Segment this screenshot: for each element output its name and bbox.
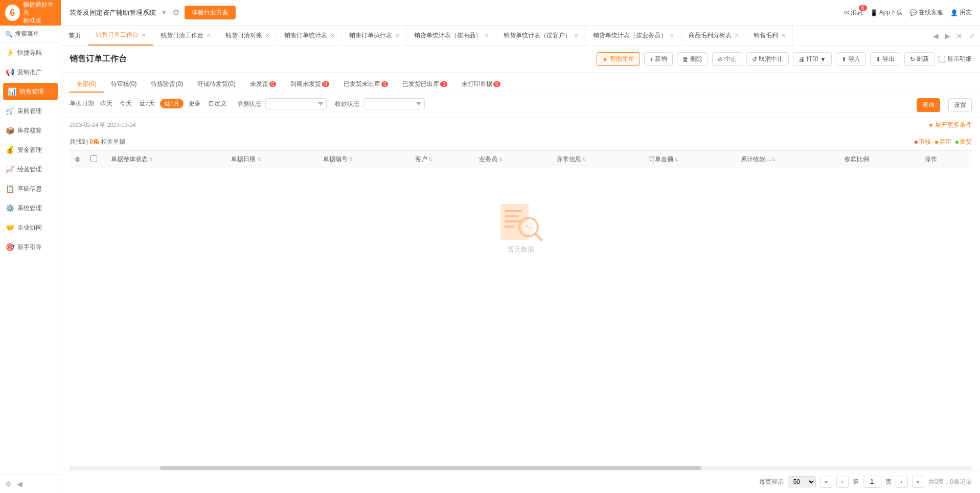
print-btn[interactable]: 🖨 打印 ▼ (793, 52, 832, 66)
tab-sales-summary-product[interactable]: 销货单统计表（按商品） ✕ (407, 26, 496, 45)
select-all-checkbox[interactable] (90, 155, 97, 162)
tab-close-cash-daily[interactable]: ✕ (207, 33, 211, 38)
date-opt-today[interactable]: 今天 (118, 98, 134, 109)
date-opt-7days[interactable]: 近7天 (137, 98, 157, 109)
tab-cash-reconcile[interactable]: 钱货日清对账 ✕ (218, 26, 277, 45)
smart-create-btn[interactable]: ★ 智能生单 (597, 52, 640, 66)
sort-received-icon[interactable]: ⇅ (771, 156, 776, 162)
sub-tabs: 全部(0) 待审核(0) 待拣验货(0) 旺铺待发货(0) 未发货0 到期未发货… (61, 73, 980, 93)
tab-close-all-icon[interactable]: ✕ (954, 31, 965, 41)
sub-tab-not-shipped[interactable]: 未发货0 (243, 77, 284, 93)
sidebar-item-inventory[interactable]: 📦 库存核算 (0, 121, 61, 140)
stop-btn[interactable]: ⊘ 中止 (712, 52, 742, 66)
tab-sales-stat[interactable]: 销售订单统计表 ✕ (277, 26, 342, 45)
show-detail-checkbox[interactable] (939, 56, 945, 62)
cancel-stop-btn[interactable]: ↺ 取消中止 (746, 52, 789, 66)
industry-btn[interactable]: 体验行业方案 (185, 6, 236, 19)
tab-close-sales-summary-customer[interactable]: ✕ (574, 33, 578, 38)
prev-page-btn[interactable]: ‹ (836, 476, 849, 488)
tab-close-sales-summary-product[interactable]: ✕ (485, 33, 489, 38)
sidebar-item-search[interactable]: 🔍 搜索菜单 (0, 26, 61, 43)
expand-filter-btn[interactable]: ▼ 展开更多条件 (928, 121, 972, 129)
tab-close-gross-profit[interactable]: ✕ (735, 33, 739, 38)
status-select[interactable] (265, 98, 327, 109)
collapse-icon[interactable]: ◀ (17, 480, 22, 488)
tab-cash-daily[interactable]: 钱货日清工作台 ✕ (153, 26, 218, 45)
sidebar-item-guide[interactable]: 🎯 新手引导 (0, 237, 61, 257)
first-page-btn[interactable]: « (820, 476, 832, 488)
sidebar-item-system[interactable]: ⚙️ 系统管理 (0, 198, 61, 218)
user-btn[interactable]: 👤 用友 (950, 8, 972, 17)
tab-close-sales-profit[interactable]: ✕ (781, 33, 785, 38)
settings-filter-btn[interactable]: 设置 (948, 98, 972, 112)
tab-home[interactable]: 首页 (61, 26, 88, 45)
sidebar-item-sales[interactable]: 📊 销售管理 (3, 83, 58, 100)
sidebar-item-operation[interactable]: 📈 经营管理 (0, 160, 61, 179)
tab-sales-summary-staff[interactable]: 销货单统计表（按业务员） ✕ (586, 26, 681, 45)
sort-number-icon[interactable]: ⇅ (349, 156, 353, 162)
tab-expand-icon[interactable]: ⤢ (967, 31, 977, 41)
uncheck-action-link[interactable]: 弃审 (935, 138, 951, 146)
col-checkbox[interactable] (85, 151, 106, 168)
tab-close-cash-reconcile[interactable]: ✕ (265, 33, 269, 38)
sub-tab-pending-inspect[interactable]: 待拣验货(0) (144, 77, 190, 93)
tab-sales-workbench[interactable]: 销售订单工作台 ✕ (88, 26, 153, 46)
date-opt-yesterday[interactable]: 昨天 (98, 98, 115, 109)
sort-error-icon[interactable]: ⇅ (582, 156, 586, 162)
sort-customer-icon[interactable]: ⇅ (428, 156, 432, 162)
date-opt-1month[interactable]: 近1月 (160, 99, 184, 108)
sub-tab-wangpu-pending[interactable]: 旺铺待发货(0) (190, 77, 243, 93)
sub-tab-shipped-not-in[interactable]: 已发货未出库0 (336, 77, 396, 93)
col-settings[interactable]: ⚙ (70, 151, 85, 168)
app-download-btn[interactable]: 📱 App下载 (870, 8, 902, 17)
scrollbar-thumb[interactable] (160, 466, 701, 470)
sub-tab-all[interactable]: 全部(0) (70, 77, 104, 93)
sidebar-item-purchase[interactable]: 🛒 采购管理 (0, 101, 61, 121)
ship-action-link[interactable]: 发货 (955, 138, 972, 146)
sort-status-icon[interactable]: ⇅ (149, 156, 153, 162)
sort-amount-icon[interactable]: ⇅ (674, 156, 678, 162)
tab-prev-icon[interactable]: ◀ (931, 31, 941, 41)
import-btn[interactable]: ⬆ 导入 (836, 52, 866, 66)
tab-next-icon[interactable]: ▶ (943, 31, 952, 41)
last-page-btn[interactable]: » (912, 476, 924, 488)
tab-close-sales-stat[interactable]: ✕ (330, 33, 334, 38)
refresh-btn[interactable]: ↻ 刷新 (904, 52, 935, 66)
sub-tab-overdue-not-shipped[interactable]: 到期未发货0 (283, 77, 336, 93)
tab-sales-summary-customer[interactable]: 销货单统计表（按客户） ✕ (496, 26, 586, 45)
sidebar-item-enterprise[interactable]: 🤝 企业协同 (0, 218, 61, 237)
sidebar-item-marketing[interactable]: 📢 营销推广 (0, 62, 61, 82)
message-btn[interactable]: ✉ 消息 6 (844, 8, 863, 17)
sort-staff-icon[interactable]: ⇅ (498, 156, 503, 162)
sub-tab-not-printed[interactable]: 未打印单据0 (454, 77, 508, 93)
sub-tab-pending-review[interactable]: 待审核(0) (104, 77, 144, 93)
add-btn[interactable]: + 新增 (644, 52, 673, 66)
horizontal-scrollbar[interactable] (70, 466, 972, 470)
settings-bottom-icon[interactable]: ⚙ (5, 480, 12, 488)
gear-settings-icon[interactable]: ⚙ (172, 8, 179, 17)
tab-sales-profit[interactable]: 销售毛利 ✕ (746, 26, 793, 45)
tab-close-sales-exec[interactable]: ✕ (395, 33, 399, 38)
next-page-btn[interactable]: › (896, 476, 908, 488)
page-input[interactable] (863, 476, 881, 488)
sidebar-item-finance[interactable]: 💰 资金管理 (0, 140, 61, 160)
per-page-select[interactable]: 10 20 50 100 (788, 476, 816, 487)
online-service-btn[interactable]: 💬 在线客服 (909, 8, 943, 17)
show-detail-checkbox-label[interactable]: 显示明细 (939, 55, 972, 63)
sort-date-icon[interactable]: ⇅ (257, 156, 261, 162)
tab-close-sales-workbench[interactable]: ✕ (142, 32, 146, 38)
date-opt-more[interactable]: 更多 (187, 98, 203, 109)
payment-filter-label: 收款状态 (335, 100, 359, 108)
date-opt-custom[interactable]: 自定义 (206, 98, 229, 109)
review-action-link[interactable]: 审核 (915, 138, 931, 146)
sidebar-item-quick-nav[interactable]: ⚡ 快捷导航 (0, 43, 61, 62)
sidebar-item-basic-info[interactable]: 📋 基础信息 (0, 179, 61, 198)
delete-btn[interactable]: 🗑 删除 (677, 52, 708, 66)
query-btn[interactable]: 查询 (917, 98, 940, 112)
tab-sales-exec[interactable]: 销售订单执行表 ✕ (342, 26, 407, 45)
tab-gross-profit[interactable]: 商品毛利分析表 ✕ (681, 26, 746, 45)
sub-tab-shipped-out[interactable]: 已发货已出库0 (395, 77, 454, 93)
tab-close-sales-summary-staff[interactable]: ✕ (670, 33, 674, 38)
payment-select[interactable] (363, 98, 425, 109)
export-btn[interactable]: ⬇ 导出 (870, 52, 900, 66)
